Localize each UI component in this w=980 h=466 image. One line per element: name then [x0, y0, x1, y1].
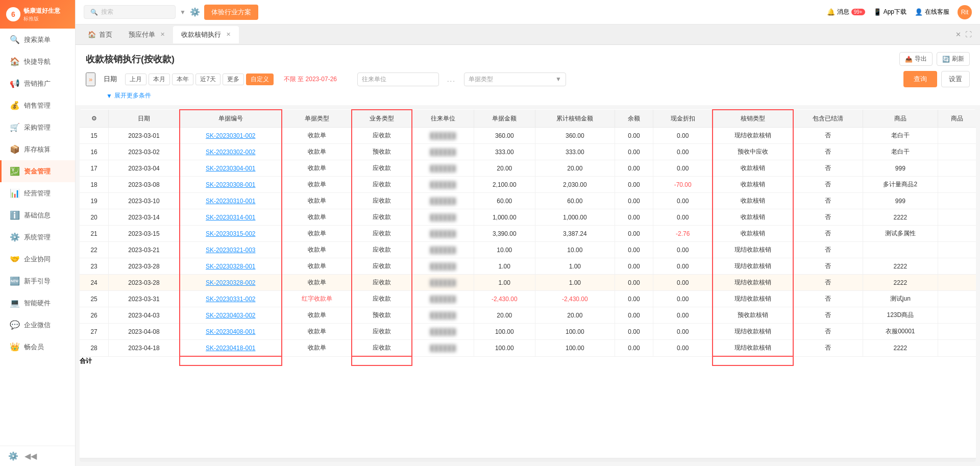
counterpart-select[interactable]: 往来单位 — [357, 72, 439, 86]
bill-no-link[interactable]: SK-20230408-001 — [206, 328, 255, 335]
query-button[interactable]: 查询 — [903, 71, 937, 87]
cell-biz-type: 应收款 — [352, 193, 411, 209]
bill-no-link[interactable]: SK-20230308-001 — [206, 181, 255, 188]
cell-discount: 0.00 — [653, 242, 713, 258]
date-more[interactable]: 更多 — [223, 73, 244, 85]
bill-no-link[interactable]: SK-20230328-001 — [206, 263, 255, 270]
table-header-row: ⚙ 日期 单据编号 单据类型 业务类型 往来单位 单据金额 累计核销金额 余额 … — [80, 110, 976, 128]
footer-discount — [653, 356, 713, 365]
bill-no-link[interactable]: SK-20230301-002 — [206, 132, 255, 139]
date-label: 日期 — [104, 75, 117, 84]
bill-no-link[interactable]: SK-20230418-001 — [206, 345, 255, 352]
messages-icon-group[interactable]: 🔔 消息 99+ — [827, 8, 865, 16]
date-custom[interactable]: 自定义 — [246, 73, 274, 85]
export-button[interactable]: 📤 导出 — [899, 52, 933, 66]
sidebar-item-quick-nav[interactable]: 🏠 快捷导航 — [0, 51, 75, 72]
collapse-icon[interactable]: ◀◀ — [24, 451, 37, 461]
online-service[interactable]: 👤 在线客服 — [915, 8, 949, 16]
filter-toggle-btn[interactable]: » — [86, 72, 95, 86]
cell-no: 16 — [80, 144, 109, 160]
sidebar-item-marketing[interactable]: 📢 营销推广 — [0, 72, 75, 94]
sidebar-item-guide[interactable]: 🆕 新手引导 — [0, 270, 75, 292]
cell-goods2 — [938, 324, 976, 340]
date-7days[interactable]: 近7天 — [195, 73, 220, 85]
table-row: 18 2023-03-08 SK-20230308-001 收款单 应收款 ██… — [80, 177, 976, 193]
cell-amount: 2,100.00 — [474, 177, 535, 193]
cell-goods2 — [938, 128, 976, 144]
gear-icon[interactable]: ⚙️ — [190, 7, 200, 17]
sidebar-nav: 🔍 搜索菜单 🏠 快捷导航 📢 营销推广 💰 销售管理 🛒 采购管理 📦 库存核… — [0, 29, 75, 446]
tab-maximize-icon[interactable]: ⛶ — [965, 31, 972, 38]
settings-icon[interactable]: ⚙️ — [8, 451, 18, 461]
cell-counterpart: ██████ — [412, 307, 474, 324]
bill-no-link[interactable]: SK-20230403-002 — [206, 312, 255, 319]
refresh-button[interactable]: 🔄 刷新 — [937, 52, 970, 66]
cell-goods2 — [938, 193, 976, 209]
topbar-search[interactable]: 🔍 搜索 — [84, 5, 176, 19]
cell-amount: 1.00 — [474, 258, 535, 275]
cell-goods2 — [938, 177, 976, 193]
date-this-year[interactable]: 本年 — [172, 73, 193, 85]
table-row: 21 2023-03-15 SK-20230315-002 收款单 应收款 ██… — [80, 226, 976, 242]
tab-close-all-icon[interactable]: ✕ — [955, 31, 961, 38]
cell-balance: 0.00 — [615, 226, 653, 242]
sidebar-item-basic[interactable]: ℹ️ 基础信息 — [0, 204, 75, 226]
bill-type-select[interactable]: 单据类型 ▼ — [464, 72, 566, 86]
sidebar-item-hardware[interactable]: 💻 智能硬件 — [0, 292, 75, 314]
cell-goods2 — [938, 209, 976, 226]
table-row: 19 2023-03-10 SK-20230310-001 收款单 应收款 ██… — [80, 193, 976, 209]
bill-no-link[interactable]: SK-20230315-002 — [206, 230, 255, 237]
bill-no-link[interactable]: SK-20230304-001 — [206, 165, 255, 172]
sidebar-item-system[interactable]: ⚙️ 系统管理 — [0, 226, 75, 248]
sidebar-item-inventory[interactable]: 📦 库存核算 — [0, 138, 75, 160]
table-scroll[interactable]: ⚙ 日期 单据编号 单据类型 业务类型 往来单位 单据金额 累计核销金额 余额 … — [80, 109, 976, 458]
chevron-down-icon[interactable]: ▼ — [180, 9, 186, 16]
bill-no-link[interactable]: SK-20230310-001 — [206, 198, 255, 205]
cell-balance: 0.00 — [615, 193, 653, 209]
cell-counterpart: ██████ — [412, 160, 474, 177]
sidebar-item-purchase[interactable]: 🛒 采购管理 — [0, 116, 75, 138]
bill-no-link[interactable]: SK-20230302-002 — [206, 149, 255, 156]
app-download[interactable]: 📱 App下载 — [873, 8, 906, 16]
bill-no-link[interactable]: SK-20230328-002 — [206, 279, 255, 286]
sidebar-item-search[interactable]: 🔍 搜索菜单 — [0, 29, 75, 51]
user-avatar[interactable]: Rit — [958, 5, 972, 19]
bill-no-link[interactable]: SK-20230331-002 — [206, 296, 255, 303]
cell-counterpart: ██████ — [412, 193, 474, 209]
sidebar-item-corp[interactable]: 🤝 企业协同 — [0, 248, 75, 270]
sidebar-item-wechat[interactable]: 💬 企业微信 — [0, 314, 75, 336]
table-area: ⚙ 日期 单据编号 单据类型 业务类型 往来单位 单据金额 累计核销金额 余额 … — [80, 109, 976, 462]
cell-biz-type: 应收款 — [352, 258, 411, 275]
cell-include-settled: 否 — [793, 209, 863, 226]
bill-no-link[interactable]: SK-20230321-003 — [206, 247, 255, 254]
tab-prepay[interactable]: 预应付单 ✕ — [120, 26, 173, 43]
sidebar-item-sales[interactable]: 💰 销售管理 — [0, 94, 75, 116]
phone-icon: 📱 — [873, 8, 881, 16]
footer-bill-no — [180, 356, 282, 365]
settings-button[interactable]: 设置 — [941, 71, 970, 87]
tab-receipt-exec[interactable]: 收款核销执行 ✕ — [173, 26, 239, 43]
cell-biz-type: 应收款 — [352, 128, 411, 144]
tab-home[interactable]: 🏠 首页 — [80, 26, 120, 43]
tab-receipt-exec-close[interactable]: ✕ — [226, 31, 231, 38]
sidebar-item-operation[interactable]: 📊 经营管理 — [0, 182, 75, 204]
date-last-month[interactable]: 上月 — [125, 73, 146, 85]
cell-date: 2023-04-18 — [109, 340, 180, 357]
table-row: 26 2023-04-03 SK-20230403-002 收款单 预收款 ██… — [80, 307, 976, 324]
bill-no-link[interactable]: SK-20230314-001 — [206, 214, 255, 221]
date-this-month[interactable]: 本月 — [149, 73, 170, 85]
tabbar: 🏠 首页 预应付单 ✕ 收款核销执行 ✕ ✕ ⛶ — [76, 24, 980, 45]
cell-date: 2023-03-10 — [109, 193, 180, 209]
expand-more-btn[interactable]: ▼ 展开更多条件 — [106, 91, 970, 100]
tab-prepay-close[interactable]: ✕ — [160, 31, 165, 38]
sidebar-item-member[interactable]: 👑 畅会员 — [0, 336, 75, 358]
industry-btn[interactable]: 体验行业方案 — [204, 5, 258, 20]
sidebar-item-finance[interactable]: 💹 资金管理 — [0, 160, 75, 182]
cell-no: 18 — [80, 177, 109, 193]
cell-write-off-type: 收款核销 — [713, 177, 793, 193]
home-icon: 🏠 — [10, 57, 20, 66]
horizontal-scrollbar[interactable] — [80, 458, 976, 462]
cell-bill-type: 红字收款单 — [282, 291, 352, 307]
cell-counterpart: ██████ — [412, 209, 474, 226]
sales-icon: 💰 — [10, 101, 20, 110]
